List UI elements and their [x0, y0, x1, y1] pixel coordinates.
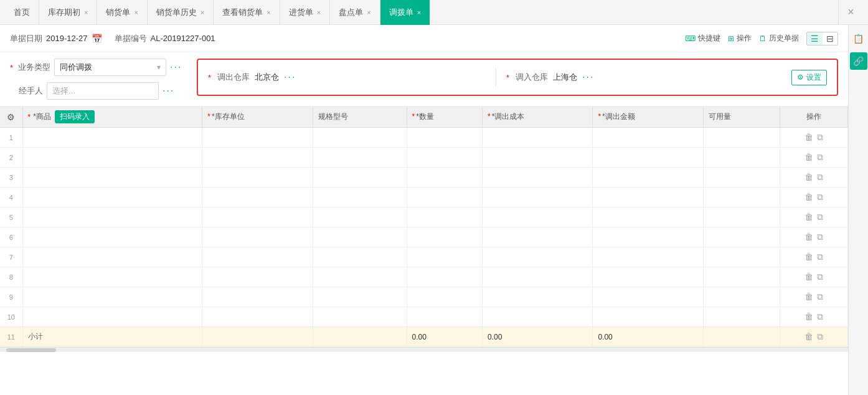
qty-cell[interactable] [407, 247, 483, 267]
tab-home[interactable]: 首页 [5, 0, 39, 25]
qty-cell[interactable] [407, 227, 483, 247]
delete-icon[interactable]: 🗑 [804, 331, 813, 342]
spec-cell[interactable] [313, 207, 407, 227]
copy-icon[interactable]: ⧉ [817, 152, 823, 163]
spec-cell[interactable] [313, 287, 407, 307]
product-cell[interactable] [22, 168, 202, 188]
qty-cell[interactable] [407, 168, 483, 188]
unit-cell[interactable] [202, 287, 313, 307]
cost-cell[interactable] [483, 267, 593, 287]
copy-icon[interactable]: ⧉ [817, 132, 823, 143]
product-cell[interactable] [22, 148, 202, 168]
amount-cell[interactable] [593, 207, 703, 227]
sidebar-link-icon[interactable]: 🔗 [850, 52, 867, 70]
close-icon[interactable]: × [134, 9, 138, 16]
cost-cell[interactable] [483, 128, 593, 148]
sidebar-notes-icon[interactable]: 📋 [850, 30, 867, 47]
tab-sales-history[interactable]: 销货单历史 × [148, 0, 214, 25]
product-cell[interactable] [22, 307, 202, 327]
available-cell[interactable] [703, 168, 780, 188]
product-cell[interactable] [22, 287, 202, 307]
tab-check-sales[interactable]: 查看销货单 × [214, 0, 280, 25]
unit-cell[interactable] [202, 168, 313, 188]
tab-sales-order[interactable]: 销货单 × [97, 0, 147, 25]
unit-cell[interactable] [202, 267, 313, 287]
tab-purchase[interactable]: 进货单 × [280, 0, 330, 25]
delete-icon[interactable]: 🗑 [804, 252, 813, 262]
cost-cell[interactable] [483, 287, 593, 307]
cost-cell[interactable] [483, 188, 593, 207]
unit-cell[interactable] [202, 247, 313, 267]
delete-icon[interactable]: 🗑 [804, 272, 813, 282]
close-icon[interactable]: × [317, 9, 321, 16]
spec-cell[interactable] [313, 247, 407, 267]
copy-icon[interactable]: ⧉ [817, 212, 823, 222]
spec-cell[interactable] [313, 168, 407, 188]
available-cell[interactable] [703, 287, 780, 307]
available-cell[interactable] [703, 148, 780, 168]
qty-cell[interactable] [407, 267, 483, 287]
cost-cell[interactable] [483, 227, 593, 247]
unit-cell[interactable] [202, 128, 313, 148]
scan-button[interactable]: 扫码录入 [55, 110, 95, 123]
business-type-dropdown[interactable]: 同价调拨 ▾ [54, 59, 166, 76]
amount-cell[interactable] [593, 287, 703, 307]
delete-icon[interactable]: 🗑 [804, 172, 813, 183]
qty-cell[interactable] [407, 128, 483, 148]
amount-cell[interactable] [593, 267, 703, 287]
unit-cell[interactable] [202, 307, 313, 327]
amount-cell[interactable] [593, 247, 703, 267]
cost-cell[interactable] [483, 247, 593, 267]
amount-cell[interactable] [593, 148, 703, 168]
product-cell[interactable] [22, 207, 202, 227]
in-warehouse-more-button[interactable]: ··· [582, 72, 594, 83]
close-icon[interactable]: × [200, 9, 204, 16]
product-cell[interactable] [22, 227, 202, 247]
qty-cell[interactable] [407, 287, 483, 307]
qty-cell[interactable] [407, 207, 483, 227]
product-cell[interactable] [22, 267, 202, 287]
available-cell[interactable] [703, 227, 780, 247]
spec-cell[interactable] [313, 227, 407, 247]
close-icon[interactable]: × [84, 9, 88, 16]
cost-cell[interactable] [483, 207, 593, 227]
qty-cell[interactable] [407, 188, 483, 207]
tab-stocktaking[interactable]: 盘点单 × [330, 0, 380, 25]
amount-cell[interactable] [593, 168, 703, 188]
grid-view-button[interactable]: ⊟ [823, 32, 837, 45]
delete-icon[interactable]: 🗑 [804, 312, 813, 322]
copy-icon[interactable]: ⧉ [817, 272, 823, 282]
handler-dropdown[interactable]: 选择... [47, 82, 159, 100]
close-icon[interactable]: × [367, 9, 370, 16]
copy-icon[interactable]: ⧉ [817, 331, 823, 342]
tab-inventory-init[interactable]: 库存期初 × [39, 0, 97, 25]
cost-cell[interactable] [483, 148, 593, 168]
spec-cell[interactable] [313, 267, 407, 287]
unit-cell[interactable] [202, 227, 313, 247]
spec-cell[interactable] [313, 148, 407, 168]
shortcuts-button[interactable]: ⌨ 快捷键 [685, 33, 720, 44]
calendar-icon[interactable]: 📅 [92, 34, 102, 44]
available-cell[interactable] [703, 188, 780, 207]
qty-cell[interactable] [407, 148, 483, 168]
gear-icon[interactable]: ⚙ [7, 112, 15, 122]
operations-button[interactable]: ⊞ 操作 [728, 33, 752, 44]
table-gear-header[interactable]: ⚙ [0, 107, 22, 128]
available-cell[interactable] [703, 307, 780, 327]
available-cell[interactable] [703, 128, 780, 148]
spec-cell[interactable] [313, 128, 407, 148]
copy-icon[interactable]: ⧉ [817, 312, 823, 322]
amount-cell[interactable] [593, 128, 703, 148]
unit-cell[interactable] [202, 207, 313, 227]
global-close-button[interactable]: × [838, 0, 863, 25]
product-cell[interactable] [22, 188, 202, 207]
tab-transfer[interactable]: 调拨单 × [380, 0, 430, 25]
list-view-button[interactable]: ☰ [807, 32, 823, 45]
available-cell[interactable] [703, 267, 780, 287]
delete-icon[interactable]: 🗑 [804, 192, 813, 202]
history-button[interactable]: 🗒 历史单据 [759, 33, 799, 44]
product-cell[interactable] [22, 128, 202, 148]
copy-icon[interactable]: ⧉ [817, 192, 823, 202]
unit-cell[interactable] [202, 148, 313, 168]
close-icon[interactable]: × [417, 9, 421, 16]
